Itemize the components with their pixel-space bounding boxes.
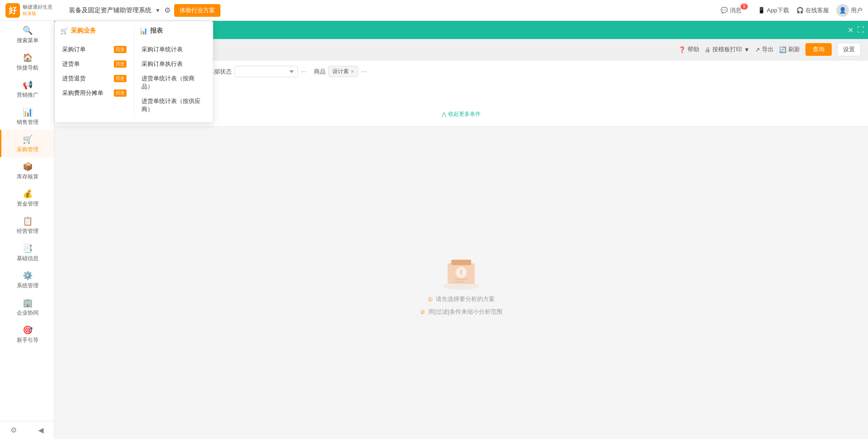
sidebar-item-finance[interactable]: 💰 资金管理 <box>0 184 54 212</box>
finance-icon: 💰 <box>23 189 33 199</box>
system-title: 装备及固定资产辅助管理系统 <box>69 6 151 15</box>
header-right: 💬 消息 9 📱 App下载 🎧 在线客服 👤 用户 <box>721 4 863 17</box>
tab-close-all-btn[interactable]: ✕ <box>848 26 853 35</box>
hint1-num: ① <box>428 296 433 303</box>
hint1-text: 请先选择要分析的方案 <box>436 295 495 303</box>
export-btn[interactable]: ↗ 导出 <box>755 45 774 54</box>
sidebar-item-sales[interactable]: 📊 销售管理 <box>0 103 54 130</box>
help-label: 帮助 <box>688 45 699 54</box>
sidebar-label-system: 系统管理 <box>17 282 39 290</box>
system-icon: ⚙️ <box>23 271 33 281</box>
logo-icon: 好 <box>5 3 20 18</box>
dropdown-purchase-col: 🛒 采购业务 采购订单 历史 进货单 历史 进货退货 历史 采购费用分摊单 历史 <box>55 27 134 117</box>
sidebar-item-enterprise[interactable]: 🏢 企业协同 <box>0 293 54 321</box>
home-icon: 🏠 <box>23 53 33 63</box>
inventory-icon: 📦 <box>23 162 33 172</box>
user-label: 用户 <box>851 6 863 15</box>
sidebar-item-purchase[interactable]: 🛒 采购管理 <box>0 130 54 157</box>
sidebar-label-quick-nav: 快捷导航 <box>17 64 39 72</box>
avatar: 👤 <box>836 4 849 17</box>
sidebar: 🔍 搜索菜单 🏠 快捷导航 📢 营销推广 📊 销售管理 🛒 采购管理 📦 库存核… <box>0 21 54 439</box>
dropdown-item-purchase-expense[interactable]: 采购费用分摊单 历史 <box>60 86 128 100</box>
sidebar-item-guide[interactable]: 🎯 新手引导 <box>0 321 54 348</box>
marketing-icon: 📢 <box>23 80 33 90</box>
online-service-btn[interactable]: 🎧 在线客服 <box>796 6 829 15</box>
sidebar-label-sales: 销售管理 <box>17 118 39 126</box>
message-label: 消息 <box>730 6 741 15</box>
sidebar-item-marketing[interactable]: 📢 营销推广 <box>0 75 54 103</box>
dropdown-item-purchase-order-exec[interactable]: 采购订单执行表 <box>140 57 208 71</box>
sidebar-item-quick-nav[interactable]: 🏠 快捷导航 <box>0 48 54 75</box>
sidebar-label-search: 搜索菜单 <box>17 37 39 44</box>
gear-icon[interactable]: ⚙ <box>164 6 171 15</box>
logo-badge: 标准版 <box>23 10 53 17</box>
app-download-label: App下载 <box>767 6 789 15</box>
history-badge-inbound-return: 历史 <box>114 75 127 82</box>
goods-label: 商品 <box>314 68 326 76</box>
print-label: 按模板打印 <box>712 45 742 54</box>
hint2-text: 用[过滤]条件来缩小分析范围 <box>428 308 502 316</box>
message-btn[interactable]: 💬 消息 9 <box>721 6 751 15</box>
history-badge-purchase-expense: 历史 <box>114 89 127 97</box>
empty-hint-2: ② 用[过滤]条件来缩小分析范围 <box>420 308 502 316</box>
order-status-more-btn[interactable]: ··· <box>301 68 307 76</box>
collapse-filter-btn[interactable]: ⋀ 收起更多条件 <box>442 110 481 118</box>
dropdown-reports-title: 📊 报表 <box>140 27 208 38</box>
sidebar-collapse-btn[interactable]: ◀ <box>38 426 44 434</box>
help-btn[interactable]: ❓ 帮助 <box>678 45 699 54</box>
export-label: 导出 <box>762 45 774 54</box>
phone-icon: 📱 <box>758 7 765 14</box>
sidebar-item-search[interactable]: 🔍 搜索菜单 <box>0 21 54 48</box>
goods-more-btn[interactable]: ··· <box>361 68 367 76</box>
sidebar-label-operations: 经营管理 <box>17 227 39 235</box>
sidebar-label-guide: 新手引导 <box>17 336 39 344</box>
goods-tag: 设计素 × <box>328 66 358 77</box>
settings-btn[interactable]: 设置 <box>837 43 861 56</box>
sidebar-label-basic-info: 基础信息 <box>17 255 39 262</box>
dropdown-item-inbound-stats-goods[interactable]: 进货单统计表（按商品） <box>140 71 208 94</box>
print-dropdown-icon: ▼ <box>744 46 750 53</box>
query-btn[interactable]: 查询 <box>805 43 832 56</box>
user-btn[interactable]: 👤 用户 <box>836 4 863 17</box>
refresh-btn[interactable]: 🔄 刷新 <box>779 45 800 54</box>
app-download-btn[interactable]: 📱 App下载 <box>758 6 789 15</box>
empty-state: ! ① 请先选择要分析的方案 ② 用[过滤]条件来缩小分析范围 <box>54 127 868 439</box>
operations-icon: 📋 <box>23 216 33 226</box>
empty-hint-1: ① 请先选择要分析的方案 <box>428 295 495 303</box>
sidebar-item-basic-info[interactable]: 📑 基础信息 <box>0 239 54 266</box>
print-btn[interactable]: 🖨 按模板打印 ▼ <box>705 45 750 54</box>
sidebar-label-marketing: 营销推广 <box>17 91 39 99</box>
tab-maximize-btn[interactable]: ⛶ <box>857 26 864 35</box>
top-header: 好 畅捷通好生意 标准版 装备及固定资产辅助管理系统 ▼ ⚙ 体验行业方案 💬 … <box>0 0 868 21</box>
dropdown-item-inbound-return[interactable]: 进货退货 历史 <box>60 71 128 86</box>
filter-order-status: 单据状态 ··· <box>208 66 307 77</box>
industry-btn[interactable]: 体验行业方案 <box>174 4 220 17</box>
online-service-label: 在线客服 <box>805 6 829 15</box>
goods-tag-value: 设计素 <box>332 68 349 75</box>
collapse-icon: ⋀ <box>442 111 446 118</box>
order-status-select[interactable] <box>234 66 298 77</box>
dropdown-item-purchase-order[interactable]: 采购订单 历史 <box>60 42 128 57</box>
sidebar-item-operations[interactable]: 📋 经营管理 <box>0 212 54 239</box>
goods-tag-close-btn[interactable]: × <box>351 69 354 75</box>
dropdown-item-inbound-stats-supplier[interactable]: 进货单统计表（按供应商） <box>140 94 208 117</box>
sales-icon: 📊 <box>23 107 33 117</box>
message-icon: 💬 <box>721 7 728 14</box>
dropdown-menu: 🛒 采购业务 采购订单 历史 进货单 历史 进货退货 历史 采购费用分摊单 历史 <box>54 21 213 123</box>
dropdown-item-inbound[interactable]: 进货单 历史 <box>60 57 128 71</box>
sidebar-label-finance: 资金管理 <box>17 200 39 208</box>
svg-text:!: ! <box>460 269 463 276</box>
refresh-icon: 🔄 <box>779 46 786 53</box>
system-dropdown-btn[interactable]: ▼ <box>155 7 161 14</box>
sidebar-label-purchase: 采购管理 <box>17 146 39 153</box>
sidebar-item-system[interactable]: ⚙️ 系统管理 <box>0 266 54 293</box>
dropdown-overlay: 🛒 采购业务 采购订单 历史 进货单 历史 进货退货 历史 采购费用分摊单 历史 <box>54 21 213 123</box>
sidebar-bottom: ⚙ ◀ <box>0 421 54 439</box>
sidebar-item-inventory[interactable]: 📦 库存核算 <box>0 157 54 184</box>
empty-illustration: ! <box>439 250 484 291</box>
purchase-col-label: 采购业务 <box>71 27 96 35</box>
dropdown-item-purchase-order-stats[interactable]: 采购订单统计表 <box>140 42 208 57</box>
enterprise-icon: 🏢 <box>23 298 33 308</box>
sidebar-settings-btn[interactable]: ⚙ <box>10 426 17 434</box>
dropdown-purchase-title: 🛒 采购业务 <box>60 27 128 38</box>
